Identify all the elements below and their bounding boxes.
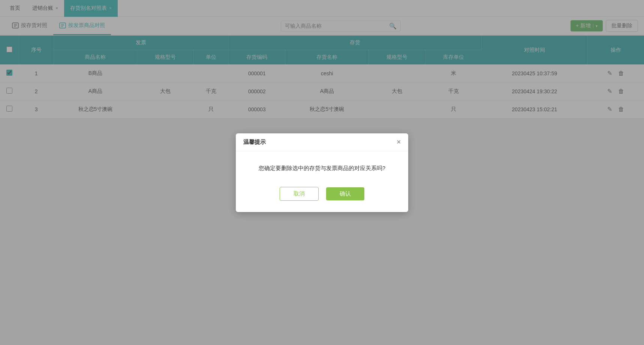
overlay: 温馨提示 × 您确定要删除选中的存货与发票商品的对应关系吗? 取消 确认	[0, 0, 644, 118]
